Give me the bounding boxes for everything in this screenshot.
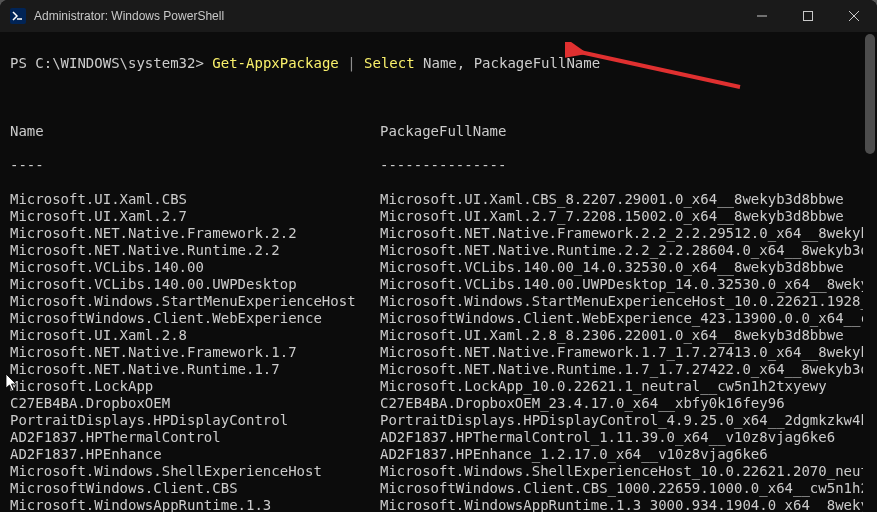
cell-name: PortraitDisplays.HPDisplayControl [10,412,380,429]
cell-name: MicrosoftWindows.Client.CBS [10,480,380,497]
cell-packagefullname: Microsoft.VCLibs.140.00.UWPDesktop_14.0.… [380,276,877,293]
cell-packagefullname: PortraitDisplays.HPDisplayControl_4.9.25… [380,412,877,429]
table-row: Microsoft.NET.Native.Framework.1.7Micros… [10,344,877,361]
cell-packagefullname: AD2F1837.HPEnhance_1.2.17.0_x64__v10z8vj… [380,446,877,463]
cell-name: Microsoft.UI.Xaml.2.8 [10,327,380,344]
cell-name: Microsoft.UI.Xaml.CBS [10,191,380,208]
select-arg1: Name, [423,55,465,71]
cell-name: AD2F1837.HPThermalControl [10,429,380,446]
cell-packagefullname: Microsoft.Windows.StartMenuExperienceHos… [380,293,877,310]
cell-name: Microsoft.NET.Native.Runtime.2.2 [10,242,380,259]
pipe-operator: | [347,55,355,71]
table-row: Microsoft.Windows.StartMenuExperienceHos… [10,293,877,310]
cell-packagefullname: Microsoft.UI.Xaml.CBS_8.2207.29001.0_x64… [380,191,877,208]
table-row: Microsoft.VCLibs.140.00.UWPDesktopMicros… [10,276,877,293]
blank-line [10,89,877,106]
table-row: AD2F1837.HPEnhanceAD2F1837.HPEnhance_1.2… [10,446,877,463]
table-row: MicrosoftWindows.Client.WebExperienceMic… [10,310,877,327]
window-title: Administrator: Windows PowerShell [34,9,224,23]
cell-name: Microsoft.NET.Native.Runtime.1.7 [10,361,380,378]
cell-name: Microsoft.NET.Native.Framework.2.2 [10,225,380,242]
prompt-path: PS C:\WINDOWS\system32> [10,55,204,71]
header-packagefullname: PackageFullName [380,123,877,140]
header-name: Name [10,123,380,140]
cell-name: Microsoft.Windows.ShellExperienceHost [10,463,380,480]
terminal-output[interactable]: PS C:\WINDOWS\system32> Get-AppxPackage … [0,32,877,512]
cell-packagefullname: AD2F1837.HPThermalControl_1.11.39.0_x64_… [380,429,877,446]
cell-packagefullname: MicrosoftWindows.Client.WebExperience_42… [380,310,877,327]
powershell-icon [10,8,26,24]
cmdlet-get-appxpackage: Get-AppxPackage [212,55,338,71]
table-row: Microsoft.Windows.ShellExperienceHostMic… [10,463,877,480]
table-row: Microsoft.LockAppMicrosoft.LockApp_10.0.… [10,378,877,395]
prompt-line: PS C:\WINDOWS\system32> Get-AppxPackage … [10,55,877,72]
select-arg2: PackageFullName [474,55,600,71]
cell-packagefullname: Microsoft.NET.Native.Framework.2.2_2.2.2… [380,225,877,242]
scrollbar-thumb[interactable] [865,34,875,154]
table-row: Microsoft.NET.Native.Framework.2.2Micros… [10,225,877,242]
cell-packagefullname: Microsoft.NET.Native.Runtime.1.7_1.7.274… [380,361,877,378]
cell-packagefullname: Microsoft.VCLibs.140.00_14.0.32530.0_x64… [380,259,877,276]
svg-rect-1 [804,12,813,21]
cmdlet-select: Select [364,55,415,71]
cell-packagefullname: Microsoft.Windows.ShellExperienceHost_10… [380,463,877,480]
cell-packagefullname: MicrosoftWindows.Client.CBS_1000.22659.1… [380,480,877,497]
cell-name: AD2F1837.HPEnhance [10,446,380,463]
cell-name: Microsoft.VCLibs.140.00.UWPDesktop [10,276,380,293]
cell-packagefullname: Microsoft.WindowsAppRuntime.1.3_3000.934… [380,497,877,512]
table-row: Microsoft.UI.Xaml.2.7Microsoft.UI.Xaml.2… [10,208,877,225]
table-row: Microsoft.VCLibs.140.00Microsoft.VCLibs.… [10,259,877,276]
column-headers: NamePackageFullName [10,123,877,140]
table-row: C27EB4BA.DropboxOEMC27EB4BA.DropboxOEM_2… [10,395,877,412]
table-row: Microsoft.WindowsAppRuntime.1.3Microsoft… [10,497,877,512]
powershell-window: Administrator: Windows PowerShell PS C:\… [0,0,877,512]
cell-name: Microsoft.VCLibs.140.00 [10,259,380,276]
titlebar[interactable]: Administrator: Windows PowerShell [0,0,877,32]
column-underline: ------------------- [10,157,877,174]
header-name-underline: ---- [10,157,380,174]
cell-packagefullname: Microsoft.NET.Native.Framework.1.7_1.7.2… [380,344,877,361]
table-row: Microsoft.NET.Native.Runtime.2.2Microsof… [10,242,877,259]
cell-packagefullname: Microsoft.UI.Xaml.2.7_7.2208.15002.0_x64… [380,208,877,225]
cell-packagefullname: Microsoft.NET.Native.Runtime.2.2_2.2.286… [380,242,877,259]
cell-name: C27EB4BA.DropboxOEM [10,395,380,412]
table-row: PortraitDisplays.HPDisplayControlPortrai… [10,412,877,429]
minimize-button[interactable] [739,0,785,32]
table-row: Microsoft.UI.Xaml.CBSMicrosoft.UI.Xaml.C… [10,191,877,208]
cell-name: Microsoft.WindowsAppRuntime.1.3 [10,497,380,512]
cell-packagefullname: Microsoft.UI.Xaml.2.8_8.2306.22001.0_x64… [380,327,877,344]
cell-name: MicrosoftWindows.Client.WebExperience [10,310,380,327]
cell-name: Microsoft.Windows.StartMenuExperienceHos… [10,293,380,310]
table-row: Microsoft.UI.Xaml.2.8Microsoft.UI.Xaml.2… [10,327,877,344]
table-row: MicrosoftWindows.Client.CBSMicrosoftWind… [10,480,877,497]
cell-packagefullname: C27EB4BA.DropboxOEM_23.4.17.0_x64__xbfy0… [380,395,877,412]
cell-name: Microsoft.UI.Xaml.2.7 [10,208,380,225]
header-full-underline: --------------- [380,157,877,174]
cell-packagefullname: Microsoft.LockApp_10.0.22621.1_neutral__… [380,378,877,395]
table-row: AD2F1837.HPThermalControlAD2F1837.HPTher… [10,429,877,446]
table-row: Microsoft.NET.Native.Runtime.1.7Microsof… [10,361,877,378]
cell-name: Microsoft.NET.Native.Framework.1.7 [10,344,380,361]
maximize-button[interactable] [785,0,831,32]
vertical-scrollbar[interactable] [863,32,877,512]
close-button[interactable] [831,0,877,32]
cell-name: Microsoft.LockApp [10,378,380,395]
